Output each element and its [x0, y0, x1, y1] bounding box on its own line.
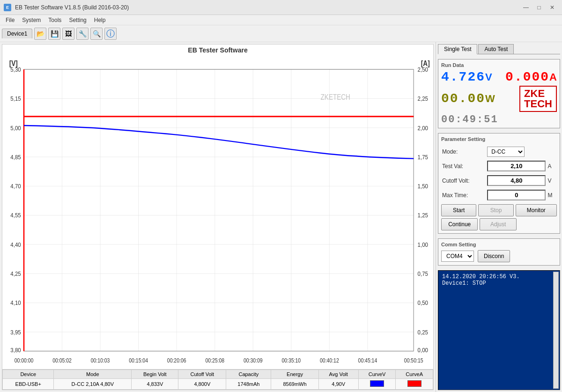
- svg-text:00:05:02: 00:05:02: [52, 357, 72, 363]
- svg-text:4,25: 4,25: [10, 270, 21, 277]
- save-button[interactable]: 💾: [48, 28, 60, 40]
- log-area: 14.12.2020 20:26:56 V3. Device1: STOP: [438, 270, 560, 390]
- open-file-button[interactable]: 📂: [34, 28, 46, 40]
- table-row: EBD-USB+ D-CC 2,10A 4,80V 4,833V 4,800V …: [3, 379, 433, 390]
- log-scrollbar[interactable]: [553, 272, 559, 389]
- svg-text:1,25: 1,25: [418, 212, 428, 219]
- maximize-button[interactable]: □: [533, 2, 545, 13]
- svg-text:4,70: 4,70: [10, 183, 21, 190]
- title-text: EB Tester Software V1.8.5 (Build 2016-03…: [15, 4, 129, 11]
- svg-text:4,55: 4,55: [10, 212, 21, 219]
- svg-text:00:30:09: 00:30:09: [244, 357, 263, 363]
- svg-text:4,40: 4,40: [10, 241, 21, 248]
- chart-svg: [V] [A] 5,30 5,15 5,00 4,85 4,70 4,55 4,…: [2, 55, 433, 369]
- right-panel: Single Test Auto Test Run Data 4.726V 0.…: [436, 42, 562, 392]
- svg-text:4,85: 4,85: [10, 154, 21, 161]
- testval-unit: A: [547, 159, 557, 173]
- svg-text:5,15: 5,15: [10, 96, 21, 103]
- time-display: 00:49:51: [441, 115, 557, 125]
- param-table: Mode: D-CC Test Val: 2,10 A: [441, 145, 557, 202]
- com-port-select[interactable]: COM4: [441, 251, 474, 262]
- cell-cutoff-volt: 4,800V: [178, 379, 226, 390]
- button-row-1: Start Stop Monitor: [441, 204, 557, 216]
- svg-text:00:10:03: 00:10:03: [91, 357, 110, 363]
- screenshot-button[interactable]: 🖼: [62, 28, 74, 40]
- tab-bar: Single Test Auto Test: [438, 44, 560, 54]
- tab-auto-test[interactable]: Auto Test: [478, 44, 514, 54]
- info-button[interactable]: ⓘ: [104, 28, 117, 40]
- button-row-2: Continue Adjust: [441, 218, 557, 230]
- comm-row: COM4 Disconn: [441, 250, 557, 262]
- monitor-button[interactable]: Monitor: [516, 204, 557, 216]
- svg-text:1,75: 1,75: [418, 154, 428, 161]
- svg-text:00:00:00: 00:00:00: [15, 357, 34, 363]
- continue-button[interactable]: Continue: [441, 218, 478, 230]
- cutoff-label: Cutoff Volt:: [441, 173, 486, 188]
- window-controls: — □ ✕: [520, 2, 558, 13]
- svg-text:0,25: 0,25: [418, 329, 428, 336]
- logo-line1: ZKETECH: [524, 89, 552, 109]
- svg-text:5,30: 5,30: [10, 66, 21, 73]
- minimize-button[interactable]: —: [520, 2, 532, 13]
- mode-select[interactable]: D-CC: [487, 147, 525, 157]
- col-device: Device: [3, 370, 54, 379]
- power-unit: W: [485, 93, 495, 104]
- svg-text:5,00: 5,00: [10, 125, 21, 132]
- col-cutoff-volt: Cutoff Volt: [178, 370, 226, 379]
- data-table: Device Mode Begin Volt Cutoff Volt Capac…: [2, 370, 433, 390]
- maxtime-row: Max Time: 0 M: [441, 188, 557, 202]
- svg-text:00:15:04: 00:15:04: [129, 357, 148, 363]
- data-table-container: Device Mode Begin Volt Cutoff Volt Capac…: [2, 369, 433, 390]
- svg-text:3,95: 3,95: [10, 329, 21, 336]
- col-capacity: Capacity: [226, 370, 271, 379]
- settings-button[interactable]: 🔧: [76, 28, 89, 40]
- title-bar: E EB Tester Software V1.8.5 (Build 2016-…: [0, 0, 562, 15]
- start-button[interactable]: Start: [441, 204, 476, 216]
- svg-text:0,50: 0,50: [418, 300, 428, 307]
- param-setting-section: Parameter Setting Mode: D-CC Test Val: 2…: [438, 133, 560, 234]
- power-display: 00.00W: [441, 92, 495, 105]
- svg-text:00:50:15: 00:50:15: [404, 357, 423, 363]
- cutoff-value: 4,80: [487, 175, 546, 186]
- col-mode: Mode: [54, 370, 132, 379]
- svg-text:00:35:10: 00:35:10: [281, 357, 301, 363]
- run-data-row1: 4.726V 0.000A: [441, 71, 557, 84]
- voltage-display: 4.726V: [441, 71, 492, 84]
- cutoff-unit: V: [547, 173, 557, 188]
- svg-text:00:25:08: 00:25:08: [205, 357, 224, 363]
- svg-text:2,25: 2,25: [418, 96, 428, 103]
- adjust-button[interactable]: Adjust: [480, 218, 516, 230]
- testval-value: 2,10: [487, 161, 546, 171]
- menu-setting[interactable]: Setting: [65, 16, 90, 24]
- svg-text:2,50: 2,50: [418, 66, 428, 73]
- curvea-color-box: [407, 380, 422, 387]
- menu-tools[interactable]: Tools: [44, 16, 65, 24]
- log-line-2: Device1: STOP: [442, 280, 556, 287]
- cell-device: EBD-USB+: [3, 379, 54, 390]
- tab-single-test[interactable]: Single Test: [438, 44, 477, 54]
- maxtime-label: Max Time:: [441, 188, 486, 202]
- disconn-button[interactable]: Disconn: [478, 250, 510, 262]
- svg-text:00:20:06: 00:20:06: [167, 357, 186, 363]
- testval-label: Test Val:: [441, 159, 486, 173]
- time-value: 00:49:51: [441, 114, 498, 126]
- svg-text:3,80: 3,80: [10, 347, 21, 354]
- col-begin-volt: Begin Volt: [132, 370, 178, 379]
- stop-button[interactable]: Stop: [478, 204, 513, 216]
- cell-curvea: [396, 379, 433, 390]
- menu-file[interactable]: File: [2, 16, 18, 24]
- cell-capacity: 1748mAh: [226, 379, 271, 390]
- search-button[interactable]: 🔍: [90, 28, 103, 40]
- device1-tab[interactable]: Device1: [2, 29, 32, 38]
- svg-text:00:45:14: 00:45:14: [358, 357, 377, 363]
- cell-curvev: [358, 379, 396, 390]
- close-button[interactable]: ✕: [546, 2, 558, 13]
- toolbar: Device1 📂 💾 🖼 🔧 🔍 ⓘ: [0, 25, 562, 42]
- menu-system[interactable]: System: [18, 16, 44, 24]
- comm-setting-section: Comm Setting COM4 Disconn: [438, 238, 560, 266]
- voltage-value: 4.726: [441, 70, 485, 84]
- svg-text:0,00: 0,00: [418, 347, 428, 354]
- menu-help[interactable]: Help: [90, 16, 110, 24]
- current-value: 0.000: [505, 70, 549, 84]
- col-energy: Energy: [271, 370, 318, 379]
